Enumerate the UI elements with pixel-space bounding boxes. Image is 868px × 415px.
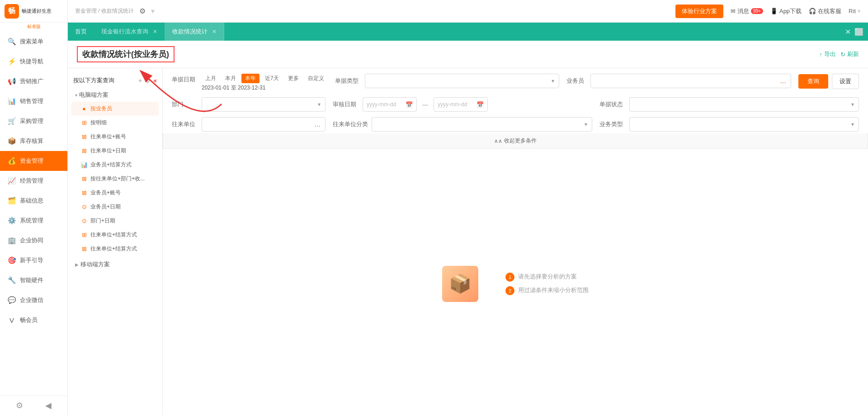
review-date-filter: 审核日期 yyyy-mm-dd 📅 — yyyy-mm-dd 📅: [333, 97, 592, 112]
salesperson-icon: ●: [80, 105, 88, 113]
doc-type-filter: 单据类型 ▾: [335, 74, 560, 88]
hint-1-num: 1: [505, 273, 514, 282]
filter-settings-btn[interactable]: 设置: [832, 74, 859, 89]
tree-item-salesperson-calc[interactable]: 📊 业务员+结算方式: [71, 158, 159, 172]
partner-input[interactable]: ...: [202, 117, 326, 132]
partner-category-dropdown[interactable]: ▾: [372, 117, 592, 132]
sidebar-item-corp[interactable]: 🏢 企业协同: [0, 231, 67, 250]
tree-item-unit-date[interactable]: ⊠ 往来单位+日期: [71, 144, 159, 158]
wechat-icon: 💬: [7, 296, 16, 305]
biz-type-dropdown[interactable]: ▾: [629, 117, 859, 132]
dept-arrow: ▾: [318, 101, 321, 108]
breadcrumb: 资金管理 / 收款情况统计: [75, 7, 134, 15]
query-btn[interactable]: 查询: [798, 74, 828, 89]
tab-close-all-icon[interactable]: ✕: [845, 28, 851, 36]
date-tab-this-month[interactable]: 本月: [222, 74, 240, 83]
top-header: 资金管理 / 收款情况统计 ⚙ ▾ 体验行业方案 ✉ 消息 99+ 📱 App下…: [68, 0, 868, 23]
collapse-bar[interactable]: ∧∧ 收起更多条件: [163, 133, 868, 149]
date-tab-last-month[interactable]: 上月: [202, 74, 220, 83]
tree-item-dept-date[interactable]: ⊙ 部门+日期: [71, 214, 159, 228]
empty-hints: 1 请先选择要分析的方案 2 用过滤条件来缩小分析范围: [505, 273, 589, 295]
tree-item-salesperson-account[interactable]: ⊠ 业务员+账号: [71, 186, 159, 200]
tree-item-unit-calc2[interactable]: ⊠ 往来单位+结算方式: [71, 242, 159, 256]
tree-mobile-group[interactable]: ▶ 移动端方案: [71, 258, 159, 271]
salesperson-more-btn[interactable]: ...: [780, 77, 786, 85]
sidebar-settings-btn[interactable]: ⚙: [16, 401, 23, 410]
salesperson-label: 业务员: [566, 77, 587, 85]
service-icon: 🎧: [809, 8, 816, 14]
date-separator: —: [422, 101, 428, 108]
sidebar-item-marketing[interactable]: 📢 营销推广: [0, 71, 67, 91]
header-settings-icon[interactable]: ⚙: [139, 7, 146, 15]
message-btn[interactable]: ✉ 消息 99+: [731, 7, 763, 15]
collapse-icon: ∧∧: [494, 138, 502, 144]
corp-icon: 🏢: [7, 236, 16, 245]
panel-collapse-icon[interactable]: «: [153, 77, 157, 84]
sidebar-item-basic[interactable]: 🗂️ 基础信息: [0, 191, 67, 211]
sales-icon: 📊: [7, 97, 16, 106]
dept-dropdown[interactable]: ▾: [202, 97, 326, 112]
date-tab-7days[interactable]: 近7天: [261, 74, 283, 83]
panel-add-icon[interactable]: +: [138, 77, 142, 84]
refresh-icon: ↻: [840, 51, 845, 58]
app-download-btn[interactable]: 📱 App下载: [770, 7, 802, 15]
sidebar-item-operation[interactable]: 📈 经营管理: [0, 171, 67, 191]
tree-item-unit-dept[interactable]: ⊠ 按往来单位+部门+收...: [71, 172, 159, 186]
salesperson-input[interactable]: ...: [590, 74, 791, 88]
date-tab-this-year[interactable]: 本年: [241, 74, 259, 83]
tab-maximize-icon[interactable]: ⬜: [854, 28, 863, 36]
refresh-btn[interactable]: ↻ 刷新: [840, 50, 859, 58]
tree-item-salesperson-date[interactable]: ⊙ 业务员+日期: [71, 200, 159, 214]
tree-item-unit-account[interactable]: ⊠ 往来单位+账号: [71, 130, 159, 144]
tab-collection-close[interactable]: ✕: [212, 28, 217, 35]
page-content: 收款情况统计(按业务员) ↑ 导出 ↻ 刷新 按以下方: [68, 41, 868, 415]
date-tab-more[interactable]: 更多: [284, 74, 302, 83]
sidebar-collapse-btn[interactable]: ◀: [45, 401, 52, 410]
tree-item-by-detail[interactable]: ⊞ 按明细: [71, 116, 159, 130]
tab-home[interactable]: 首页: [68, 23, 94, 41]
review-date-from[interactable]: yyyy-mm-dd 📅: [363, 97, 417, 112]
doc-status-dropdown[interactable]: ▾: [629, 97, 859, 112]
tree-desktop-group[interactable]: ▾ 电脑端方案: [71, 88, 159, 102]
export-btn[interactable]: ↑ 导出: [820, 50, 836, 58]
sidebar-item-inventory[interactable]: 📦 库存核算: [0, 131, 67, 151]
page-title: 收款情况统计(按业务员): [77, 46, 175, 62]
online-service-btn[interactable]: 🎧 在线客服: [809, 7, 841, 15]
tree-item-by-salesperson[interactable]: ● 按业务员: [71, 102, 159, 116]
sidebar-item-purchase[interactable]: 🛒 采购管理: [0, 111, 67, 131]
salesperson-date-icon: ⊙: [80, 203, 88, 211]
empty-hint-2: 2 用过滤条件来缩小分析范围: [505, 286, 589, 295]
sidebar-item-wechat[interactable]: 💬 企业微信: [0, 290, 67, 310]
sidebar-item-search[interactable]: 🔍 搜索菜单: [0, 32, 67, 52]
page-title-bar: 收款情况统计(按业务员) ↑ 导出 ↻ 刷新: [68, 41, 868, 68]
review-date-to[interactable]: yyyy-mm-dd 📅: [434, 97, 488, 112]
sidebar-item-quicknav[interactable]: ⚡ 快捷导航: [0, 52, 67, 71]
doc-type-arrow: ▾: [552, 78, 554, 84]
sidebar-item-sales[interactable]: 📊 销售管理: [0, 91, 67, 111]
panel-header: 按以下方案查询 + ⚙ «: [68, 73, 162, 88]
filter-row-3: 往来单位 ... 往来单位分类: [172, 117, 859, 132]
trial-btn[interactable]: 体验行业方案: [675, 5, 723, 18]
sidebar-item-member[interactable]: V 畅会员: [0, 310, 67, 330]
finance-icon: 💰: [7, 156, 16, 165]
dropdown-arrow-icon[interactable]: ▾: [151, 7, 155, 15]
doc-type-dropdown[interactable]: ▾: [365, 74, 560, 88]
sidebar-item-system[interactable]: ⚙️ 系统管理: [0, 211, 67, 231]
tab-bank-close[interactable]: ✕: [153, 28, 157, 35]
tab-bank[interactable]: 现金银行流水查询 ✕: [94, 23, 165, 41]
doc-type-label: 单据类型: [335, 77, 361, 85]
partner-more-btn[interactable]: ...: [315, 120, 321, 128]
tab-collection[interactable]: 收款情况统计 ✕: [165, 23, 224, 41]
user-avatar[interactable]: Rit ▾: [849, 8, 861, 14]
panel-settings-icon[interactable]: ⚙: [145, 77, 151, 84]
sidebar-item-finance[interactable]: 💰 资金管理: [0, 151, 67, 171]
edition-label: 标准版: [0, 23, 67, 32]
sidebar-item-hardware[interactable]: 🔧 智能硬件: [0, 270, 67, 290]
quicknav-icon: ⚡: [7, 57, 16, 66]
right-area: 单据日期 上月 本月 本年 近7天 更多 自定义: [163, 68, 868, 415]
export-icon: ↑: [820, 51, 823, 58]
sidebar-item-guide[interactable]: 🎯 新手引导: [0, 250, 67, 270]
date-range-text: 2023-01-01 至 2023-12-31: [202, 84, 328, 92]
date-tab-custom[interactable]: 自定义: [304, 74, 328, 83]
tree-item-unit-calc1[interactable]: ⊞ 往来单位+结算方式: [71, 228, 159, 242]
